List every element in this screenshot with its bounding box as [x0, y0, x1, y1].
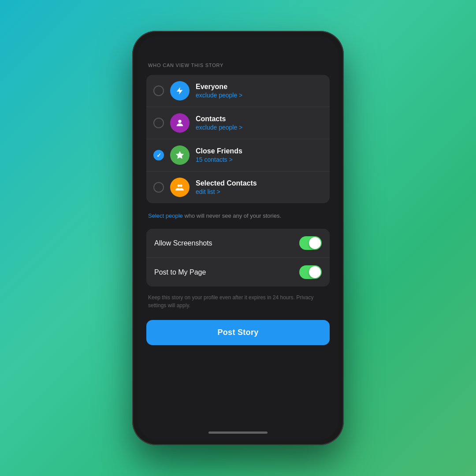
radio-check-close-friends: ✓	[156, 152, 161, 159]
toggle-label-post-page: Post to My Page	[154, 268, 206, 276]
toggle-card: Allow Screenshots Post to My Page	[146, 229, 330, 286]
phone-screen: WHO CAN VIEW THIS STORY Everyone exclude…	[138, 36, 338, 440]
option-sub-selected-contacts[interactable]: edit list >	[196, 188, 257, 195]
toggle-row-screenshots[interactable]: Allow Screenshots	[146, 229, 330, 258]
svg-point-1	[178, 185, 180, 187]
icon-close-friends	[170, 145, 190, 165]
icon-contacts	[170, 113, 190, 133]
svg-point-2	[180, 185, 182, 187]
svg-point-0	[178, 120, 181, 123]
option-title-everyone: Everyone	[196, 83, 242, 91]
icon-selected-contacts	[170, 178, 190, 197]
toggle-screenshots[interactable]	[299, 236, 322, 250]
option-sub-close-friends[interactable]: 15 contacts >	[196, 156, 242, 163]
toggle-knob-screenshots	[309, 237, 321, 249]
phone-frame: WHO CAN VIEW THIS STORY Everyone exclude…	[132, 31, 344, 445]
icon-everyone	[170, 81, 190, 100]
option-title-contacts: Contacts	[196, 115, 242, 123]
helper-text: Select people who will never see any of …	[146, 210, 330, 222]
option-title-selected-contacts: Selected Contacts	[196, 179, 257, 187]
option-title-close-friends: Close Friends	[196, 147, 242, 155]
toggle-row-post-page[interactable]: Post to My Page	[146, 258, 330, 286]
radio-selected-contacts[interactable]	[153, 182, 164, 193]
caption-text: Keep this story on your profile even aft…	[146, 294, 330, 309]
option-text-contacts: Contacts exclude people >	[196, 115, 242, 131]
option-text-close-friends: Close Friends 15 contacts >	[196, 147, 242, 163]
screen-content: WHO CAN VIEW THIS STORY Everyone exclude…	[138, 36, 338, 427]
option-selected-contacts[interactable]: Selected Contacts edit list >	[146, 171, 330, 203]
radio-everyone[interactable]	[153, 86, 164, 96]
option-everyone[interactable]: Everyone exclude people >	[146, 75, 330, 107]
option-sub-contacts[interactable]: exclude people >	[196, 124, 242, 131]
section-label: WHO CAN VIEW THIS STORY	[146, 63, 330, 68]
radio-close-friends[interactable]: ✓	[153, 150, 164, 160]
post-story-button[interactable]: Post Story	[146, 320, 330, 345]
option-text-selected-contacts: Selected Contacts edit list >	[196, 179, 257, 195]
option-sub-everyone[interactable]: exclude people >	[196, 92, 242, 99]
toggle-label-screenshots: Allow Screenshots	[154, 239, 212, 247]
toggle-knob-post-page	[309, 266, 321, 278]
option-text-everyone: Everyone exclude people >	[196, 83, 242, 99]
option-contacts[interactable]: Contacts exclude people >	[146, 107, 330, 139]
visibility-options-card: Everyone exclude people > Contacts	[146, 75, 330, 203]
helper-link[interactable]: Select people	[148, 212, 183, 219]
helper-rest: who will never see any of your stories.	[183, 212, 281, 219]
radio-contacts[interactable]	[153, 118, 164, 128]
option-close-friends[interactable]: ✓ Close Friends 15 contacts >	[146, 139, 330, 171]
home-indicator	[208, 431, 268, 434]
toggle-post-page[interactable]	[299, 265, 322, 279]
